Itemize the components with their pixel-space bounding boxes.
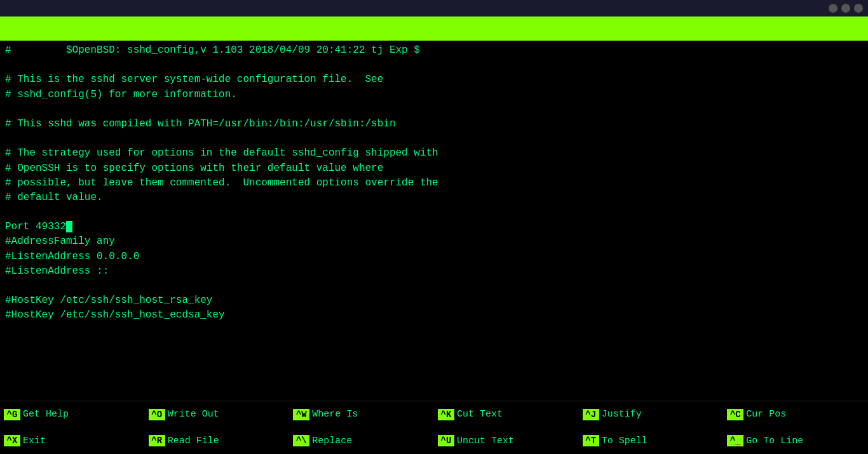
title-bar <box>0 0 868 17</box>
editor-line: #HostKey /etc/ssh/ssh_host_ecdsa_key <box>5 308 863 323</box>
nano-header <box>0 17 868 41</box>
editor-line <box>5 279 863 293</box>
cursor <box>66 221 72 232</box>
editor-line <box>5 205 863 220</box>
editor-line: # possible, but leave them commented. Un… <box>5 176 863 190</box>
editor-line: # $OpenBSD: sshd_config,v 1.103 2018/04/… <box>5 43 863 58</box>
editor-line: #HostKey /etc/ssh/ssh_host_rsa_key <box>5 293 863 308</box>
shortcut-key: ^K <box>438 409 454 420</box>
shortcut-key: ^O <box>149 409 165 420</box>
window-controls[interactable] <box>829 4 863 13</box>
editor-line: # This sshd was compiled with PATH=/usr/… <box>5 117 863 131</box>
editor-line: #ListenAddress :: <box>5 264 863 279</box>
shortcut-label: Replace <box>312 436 352 446</box>
editor-line: # OpenSSH is to specify options with the… <box>5 161 863 176</box>
shortcut-item[interactable]: ^RRead File <box>145 428 290 455</box>
shortcut-label: To Spell <box>602 436 648 446</box>
shortcut-label: Cur Pos <box>746 409 786 420</box>
shortcut-item[interactable]: ^WWhere Is <box>289 401 434 428</box>
shortcut-key: ^U <box>438 435 454 446</box>
shortcut-item[interactable]: ^TTo Spell <box>579 428 724 455</box>
maximize-button[interactable] <box>841 4 850 13</box>
editor-line: # sshd_config(5) for more information. <box>5 88 863 102</box>
shortcut-item[interactable]: ^JJustify <box>579 401 724 428</box>
shortcut-key: ^_ <box>727 435 743 446</box>
shortcut-item[interactable]: ^GGet Help <box>0 401 145 428</box>
shortcut-item[interactable]: ^_Go To Line <box>723 428 868 455</box>
minimize-button[interactable] <box>829 4 837 13</box>
shortcut-key: ^G <box>4 409 20 420</box>
shortcut-item[interactable]: ^CCur Pos <box>723 401 868 428</box>
editor-line: #ListenAddress 0.0.0.0 <box>5 250 863 264</box>
shortcut-item[interactable]: ^XExit <box>0 428 145 455</box>
shortcut-item[interactable]: ^\Replace <box>289 428 434 455</box>
shortcut-key: ^J <box>583 409 599 420</box>
editor-line <box>5 102 863 117</box>
close-button[interactable] <box>854 4 863 13</box>
shortcut-bar: ^GGet Help^OWrite Out^WWhere Is^KCut Tex… <box>0 401 868 454</box>
shortcut-key: ^T <box>583 435 599 446</box>
editor-line: # default value. <box>5 190 863 205</box>
shortcut-label: Write Out <box>168 409 219 420</box>
shortcut-label: Get Help <box>23 409 69 420</box>
editor-line: Port 49332 <box>5 220 863 234</box>
shortcut-key: ^X <box>4 435 20 446</box>
shortcut-item[interactable]: ^UUncut Text <box>434 428 579 455</box>
shortcut-key: ^R <box>149 435 165 446</box>
editor-area[interactable]: # $OpenBSD: sshd_config,v 1.103 2018/04/… <box>0 41 868 401</box>
shortcut-label: Where Is <box>312 409 358 420</box>
shortcut-label: Read File <box>168 436 219 446</box>
shortcut-label: Exit <box>23 436 46 446</box>
shortcut-key: ^W <box>293 409 309 420</box>
shortcut-label: Cut Text <box>457 409 503 420</box>
editor-line <box>5 58 863 72</box>
shortcut-label: Go To Line <box>746 436 803 446</box>
editor-line: # This is the sshd server system-wide co… <box>5 72 863 87</box>
shortcut-label: Uncut Text <box>457 436 514 446</box>
shortcut-key: ^\ <box>293 435 309 446</box>
shortcut-item[interactable]: ^OWrite Out <box>145 401 290 428</box>
shortcut-key: ^C <box>727 409 743 420</box>
editor-line: # The strategy used for options in the d… <box>5 146 863 161</box>
shortcut-item[interactable]: ^KCut Text <box>434 401 579 428</box>
shortcut-label: Justify <box>602 409 642 420</box>
editor-line: #AddressFamily any <box>5 234 863 249</box>
editor-line <box>5 131 863 146</box>
